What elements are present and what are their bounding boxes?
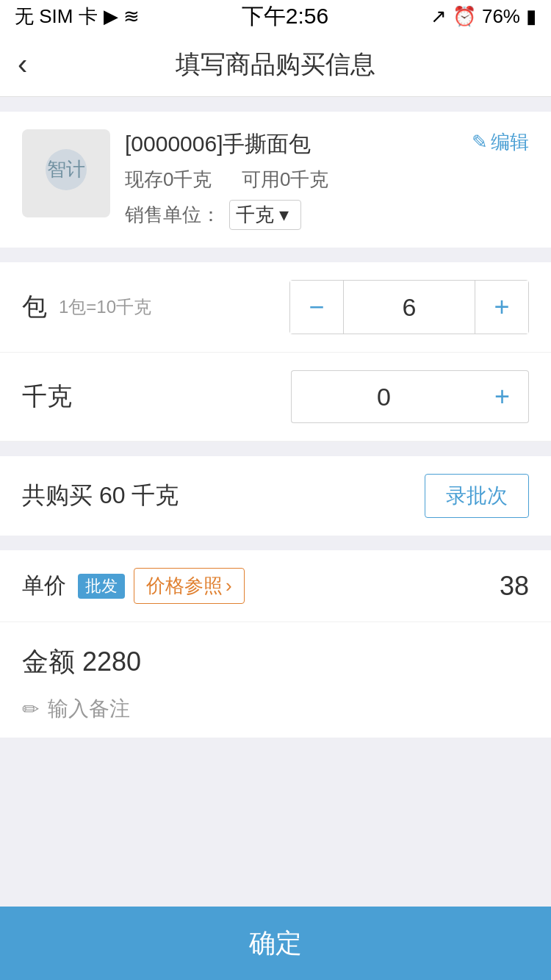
edit-button[interactable]: ✎ 编辑 xyxy=(472,129,529,155)
price-ref-button[interactable]: 价格参照 › xyxy=(134,568,245,604)
wifi-icon: ▶ ≋ xyxy=(104,5,140,28)
main-content: 智计 [0000006]手撕面包 ✎ 编辑 现存0千克 可用0千克 销售单位： xyxy=(0,112,551,826)
product-thumbnail-icon: 智计 xyxy=(44,148,88,200)
confirm-button[interactable]: 确定 xyxy=(249,926,302,962)
edit-label: 编辑 xyxy=(491,129,529,155)
page-title: 填写商品购买信息 xyxy=(176,48,375,82)
product-image: 智计 xyxy=(22,129,110,217)
stock-current: 现存0千克 xyxy=(125,168,212,190)
remark-row[interactable]: ✏ 输入备注 xyxy=(22,695,529,723)
bao-hint: 1包=10千克 xyxy=(59,295,151,319)
price-type-tag: 批发 xyxy=(78,574,125,599)
battery-icon: ▮ xyxy=(526,5,536,28)
product-card: 智计 [0000006]手撕面包 ✎ 编辑 现存0千克 可用0千克 销售单位： xyxy=(0,112,551,248)
amount-value: 2280 xyxy=(82,646,141,677)
price-label: 单价 xyxy=(22,571,66,601)
price-ref-label: 价格参照 xyxy=(146,573,223,599)
alarm-icon: ⏰ xyxy=(453,5,476,28)
svg-text:智计: 智计 xyxy=(47,158,85,180)
location-icon: ↗ xyxy=(431,5,447,28)
unit-select[interactable]: 千克 ▾ xyxy=(229,200,301,230)
unit-label: 销售单位： xyxy=(125,202,220,228)
product-name-row: [0000006]手撕面包 ✎ 编辑 xyxy=(125,129,529,159)
stock-spacer xyxy=(217,168,237,190)
bao-section: 包 1包=10千克 − + 千克 + xyxy=(0,262,551,442)
kg-quantity-row: 千克 + xyxy=(0,353,551,442)
remark-icon: ✏ xyxy=(22,697,39,721)
edit-icon: ✎ xyxy=(472,131,488,154)
bao-label-text: 包 xyxy=(22,290,47,324)
stock-available: 可用0千克 xyxy=(242,168,328,190)
bao-quantity-input[interactable] xyxy=(343,281,475,334)
bao-quantity-row: 包 1包=10千克 − + xyxy=(0,262,551,353)
status-bar-time: 下午2:56 xyxy=(242,1,328,32)
bao-quantity-control: − + xyxy=(289,280,529,334)
remark-label: 输入备注 xyxy=(48,695,130,723)
product-unit-row: 销售单位： 千克 ▾ xyxy=(125,200,529,230)
kg-quantity-input[interactable] xyxy=(291,370,476,423)
unit-value: 千克 xyxy=(236,203,274,226)
amount-text: 金额 2280 xyxy=(22,644,529,680)
sim-status: 无 SIM 卡 xyxy=(15,4,98,29)
status-bar-left: 无 SIM 卡 ▶ ≋ xyxy=(15,4,140,29)
amount-section: 金额 2280 ✏ 输入备注 xyxy=(0,622,551,738)
nav-bar: ‹ 填写商品购买信息 xyxy=(0,32,551,97)
battery-level: 76% xyxy=(482,5,520,28)
price-ref-arrow-icon: › xyxy=(226,574,232,597)
amount-label: 金额 xyxy=(22,646,75,677)
summary-section: 共购买 60 千克 录批次 xyxy=(0,456,551,536)
bao-minus-button[interactable]: − xyxy=(290,281,343,334)
kg-plus-button[interactable]: + xyxy=(476,370,529,423)
price-value: 38 xyxy=(500,571,529,602)
confirm-footer[interactable]: 确定 xyxy=(0,907,551,980)
product-stock: 现存0千克 可用0千克 xyxy=(125,167,529,192)
kg-label-text: 千克 xyxy=(22,380,72,414)
price-section: 单价 批发 价格参照 › 38 xyxy=(0,550,551,622)
back-button[interactable]: ‹ xyxy=(18,48,27,81)
product-name: [0000006]手撕面包 xyxy=(125,129,472,159)
status-bar: 无 SIM 卡 ▶ ≋ 下午2:56 ↗ ⏰ 76% ▮ xyxy=(0,0,551,32)
status-bar-right: ↗ ⏰ 76% ▮ xyxy=(431,5,536,28)
product-info: [0000006]手撕面包 ✎ 编辑 现存0千克 可用0千克 销售单位： 千克 … xyxy=(125,129,529,230)
kg-quantity-control: + xyxy=(291,370,529,423)
kg-label: 千克 xyxy=(22,380,72,414)
bao-plus-button[interactable]: + xyxy=(475,281,528,334)
batch-button[interactable]: 录批次 xyxy=(425,474,529,518)
bao-label: 包 1包=10千克 xyxy=(22,290,151,324)
summary-text: 共购买 60 千克 xyxy=(22,480,179,512)
unit-dropdown-icon: ▾ xyxy=(279,203,289,226)
